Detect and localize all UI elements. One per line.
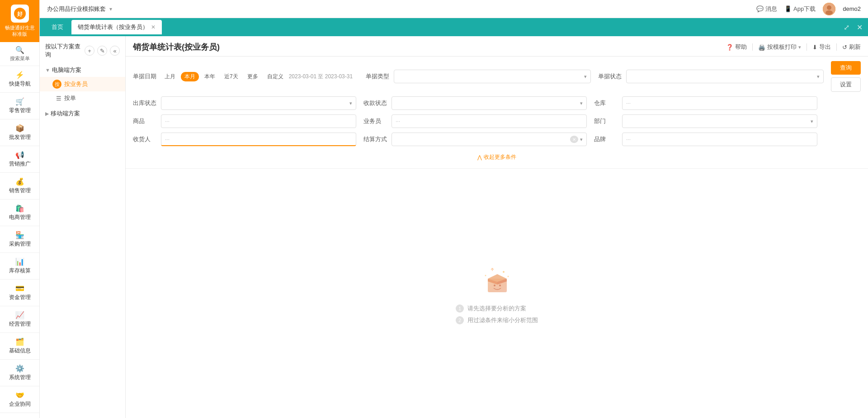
export-label: 导出: [819, 43, 831, 51]
svg-point-7: [508, 276, 509, 277]
search-icon: 🔍: [15, 46, 24, 54]
goods-input[interactable]: ···: [161, 114, 356, 128]
print-btn[interactable]: 🖨️ 按模板打印 ▾: [758, 43, 801, 51]
date-tab-thismonth[interactable]: 本月: [181, 72, 199, 81]
salesperson-label: 业务员: [363, 117, 389, 125]
sidebar-system-label: 系统管理: [9, 374, 31, 381]
date-tab-lastmonth[interactable]: 上月: [161, 72, 179, 81]
sidebar-item-operation[interactable]: 📈 经营管理: [0, 306, 39, 333]
divider2: [807, 43, 807, 51]
settlement-clear-icon[interactable]: ✕: [570, 136, 578, 143]
tab-close-window-icon[interactable]: ✕: [857, 23, 863, 32]
sidebar-item-inventory[interactable]: 📊 库存核算: [0, 253, 39, 280]
purchase-icon: 🏪: [15, 231, 24, 239]
empty-tip-1: 1 请先选择要分析的方案: [456, 304, 538, 313]
sidebar-item-purchase[interactable]: 🏪 采购管理: [0, 226, 39, 253]
goods-label: 商品: [133, 117, 158, 125]
sales-icon: 💰: [15, 177, 24, 186]
add-plan-btn[interactable]: +: [85, 46, 94, 56]
salesperson-icon: 按: [52, 80, 61, 89]
user-avatar[interactable]: [823, 3, 835, 15]
computer-plan-header[interactable]: ▼ 电脑端方案: [40, 63, 125, 77]
left-panel-header: 按以下方案查询 + ✎ «: [40, 40, 125, 62]
date-tab-7days[interactable]: 近7天: [221, 72, 242, 81]
sidebar-item-finance[interactable]: 💳 资金管理: [0, 280, 39, 306]
receiver-input[interactable]: ···: [161, 133, 356, 146]
computer-plan-group: ▼ 电脑端方案 按 按业务员 ☰ 按单: [40, 63, 125, 105]
query-button[interactable]: 查询: [831, 61, 861, 75]
settlement-input[interactable]: ✕ ▾: [392, 133, 587, 146]
tab-home[interactable]: 首页: [45, 20, 70, 34]
svg-point-3: [827, 5, 831, 10]
plan-item-by-salesperson[interactable]: 按 按业务员: [40, 77, 125, 91]
edit-plan-btn[interactable]: ✎: [97, 46, 107, 56]
enterprise-icon: 🤝: [15, 391, 24, 399]
plan-sub-item-label: 按单: [64, 94, 76, 102]
doc-type-label: 单据类型: [366, 72, 391, 81]
tab-maximize-icon[interactable]: ⤢: [844, 23, 849, 32]
topbar-dropdown-icon[interactable]: ▾: [109, 6, 112, 12]
refresh-btn[interactable]: ↺ 刷新: [842, 43, 861, 51]
divider3: [836, 43, 837, 51]
collapse-filter-btn[interactable]: ⋀ 收起更多条件: [133, 151, 861, 164]
brand-label: 品牌: [594, 135, 619, 143]
goods-cell: 商品 ···: [133, 114, 356, 128]
sidebar-item-sales[interactable]: 💰 销售管理: [0, 173, 39, 200]
sidebar-item-enterprise[interactable]: 🤝 企业协同: [0, 386, 39, 413]
print-dropdown-icon: ▾: [798, 44, 801, 50]
sidebar-item-marketing[interactable]: 📢 营销推广: [0, 146, 39, 173]
svg-point-6: [503, 271, 505, 273]
date-tab-thisyear[interactable]: 本年: [201, 72, 219, 81]
brand-input[interactable]: ···: [622, 133, 817, 146]
app-download-action[interactable]: 📱 App下载: [784, 5, 816, 13]
empty-tip-2: 2 用过滤条件来缩小分析范围: [456, 316, 538, 324]
plan-sub-item-by-order[interactable]: ☰ 按单: [40, 91, 125, 105]
doc-type-input[interactable]: ▾: [394, 70, 591, 83]
message-action[interactable]: 💬 消息: [756, 5, 777, 13]
collapse-panel-btn[interactable]: «: [110, 46, 120, 56]
main-area: 办公用品行业模拟账套 ▾ 💬 消息 📱 App下载 demo2: [40, 0, 868, 418]
help-label: 帮助: [735, 43, 747, 51]
phone-icon: 📱: [784, 5, 792, 12]
tab-close-icon[interactable]: ✕: [151, 24, 156, 30]
sidebar-item-newuser[interactable]: 🌟 新手引导: [0, 413, 39, 418]
message-label: 消息: [765, 5, 777, 13]
help-btn[interactable]: ❓ 帮助: [726, 43, 747, 51]
out-status-input[interactable]: ▾: [161, 96, 356, 110]
export-btn[interactable]: ⬇ 导出: [812, 43, 831, 51]
receipt-status-input[interactable]: ▾: [392, 96, 587, 110]
ecommerce-icon: 🛍️: [15, 204, 24, 213]
mobile-plan-label: 移动端方案: [51, 109, 80, 118]
sidebar-item-system[interactable]: ⚙️ 系统管理: [0, 360, 39, 386]
doc-status-cell: 单据状态 ▾: [598, 70, 824, 83]
settlement-arrow-icon: ▾: [580, 137, 583, 142]
doc-status-input[interactable]: ▾: [626, 70, 824, 83]
tabbar: 首页 销货单统计表（按业务员） ✕ ⤢ ✕: [40, 18, 868, 36]
setting-button[interactable]: 设置: [831, 77, 861, 92]
date-tab-custom[interactable]: 自定义: [264, 72, 287, 81]
sidebar-finance-label: 资金管理: [9, 294, 31, 301]
date-tab-more[interactable]: 更多: [244, 72, 262, 81]
sidebar-enterprise-label: 企业协同: [9, 400, 31, 408]
sidebar-item-wholesale[interactable]: 📦 批发管理: [0, 119, 39, 146]
sidebar-item-ecommerce[interactable]: 🛍️ 电商管理: [0, 200, 39, 226]
tab-sales-stat-label: 销货单统计表（按业务员）: [78, 23, 148, 31]
sidebar-item-basic[interactable]: 🗂️ 基础信息: [0, 333, 39, 360]
tab-sales-stat[interactable]: 销货单统计表（按业务员） ✕: [71, 20, 162, 34]
sidebar-operation-label: 经营管理: [9, 320, 31, 328]
sidebar-marketing-label: 营销推广: [9, 160, 31, 168]
user-name: demo2: [843, 5, 861, 12]
out-status-label: 出库状态: [133, 99, 158, 107]
dept-input[interactable]: ▾: [622, 114, 817, 128]
tip-text-2: 用过滤条件来缩小分析范围: [467, 316, 538, 324]
sidebar-retail-label: 零售管理: [9, 107, 31, 114]
sidebar-search-item[interactable]: 🔍 搜索菜单: [0, 42, 39, 66]
sidebar-item-quicknav[interactable]: ⚡ 快捷导航: [0, 66, 39, 93]
sidebar-item-retail[interactable]: 🛒 零售管理: [0, 93, 39, 119]
mobile-plan-header[interactable]: ▶ 移动端方案: [40, 107, 125, 120]
warehouse-input[interactable]: ···: [622, 96, 817, 110]
logo-text: 畅捷通好生意 标准版: [2, 24, 37, 38]
sidebar-logo[interactable]: 好 畅捷通好生意 标准版: [0, 0, 39, 42]
salesperson-input[interactable]: ···: [392, 114, 587, 128]
salesperson-cell: 业务员 ···: [363, 114, 587, 128]
